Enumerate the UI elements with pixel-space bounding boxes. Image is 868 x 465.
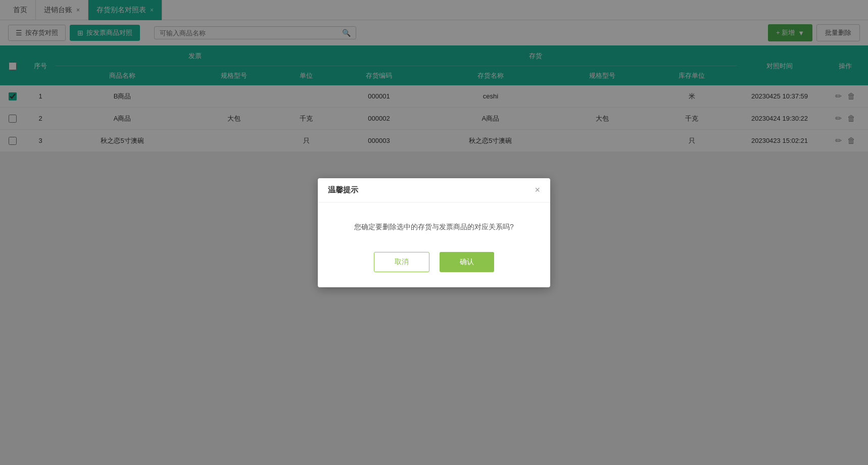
modal-overlay: 温馨提示 × 您确定要删除选中的存货与发票商品的对应关系吗? 取消 确认 — [0, 0, 868, 152]
